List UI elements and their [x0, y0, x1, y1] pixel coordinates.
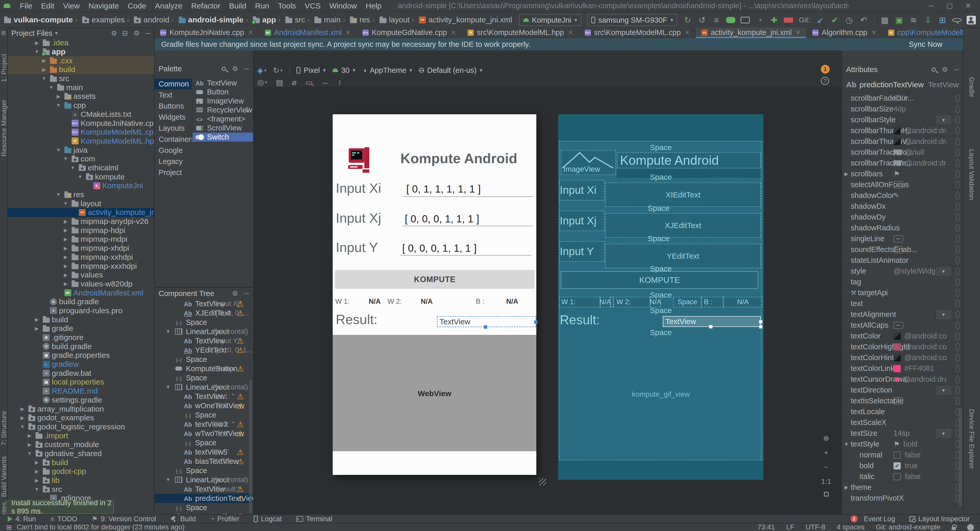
- rollback-icon[interactable]: ↶: [859, 15, 868, 25]
- attribute-row[interactable]: ▼ textStyle ⚑bold: [842, 439, 963, 450]
- dropdown-button[interactable]: ▾: [935, 429, 951, 438]
- zoom-to-fit-icon[interactable]: [824, 492, 829, 496]
- tristate-toggle[interactable]: [894, 322, 903, 329]
- component-tree-item[interactable]: wOneTextView "N/A" ⚠: [154, 401, 253, 410]
- component-tree-item[interactable]: TextView "W 1: " ⚠: [154, 392, 253, 401]
- layout-variants-icon[interactable]: ▤: [276, 78, 283, 87]
- tool-button-project[interactable]: 1: Project: [0, 46, 8, 90]
- editor-tab[interactable]: KomputeJniNative.cpp ✕: [154, 27, 259, 38]
- palette-category[interactable]: Buttons: [154, 101, 192, 112]
- palette-category[interactable]: Project: [154, 167, 192, 178]
- component-tree-item[interactable]: Space: [154, 438, 253, 447]
- blueprint-preview-phone[interactable]: Space ImageView Kompute Android Space In…: [558, 114, 764, 480]
- run-anything-icon[interactable]: ▣: [894, 15, 904, 25]
- tristate-toggle[interactable]: [894, 235, 903, 242]
- attribute-row[interactable]: scrollbarFadeDur... 250: [842, 93, 963, 104]
- design-preview-phone[interactable]: Kompute Android Input Xi [ 0, 1, 1, 1, 1…: [332, 114, 536, 475]
- palette-category[interactable]: Legacy: [154, 156, 192, 167]
- expand-arrow[interactable]: ▼: [69, 165, 77, 171]
- project-tree-item[interactable]: proguard-rules.pro: [8, 306, 154, 315]
- connect-attribute-icon[interactable]: [956, 332, 959, 340]
- api-level-selector[interactable]: 30▾: [332, 66, 355, 75]
- attribute-row[interactable]: textLocale: [842, 406, 963, 417]
- project-tree-item[interactable]: ▼ kompute: [8, 172, 154, 181]
- todo-toolwindow[interactable]: ≡TODO: [51, 515, 78, 523]
- expand-arrow[interactable]: ▶: [62, 272, 70, 278]
- project-tree-item[interactable]: ▼ java: [8, 145, 154, 154]
- menu-item[interactable]: Help: [361, 2, 386, 10]
- color-swatch[interactable]: [894, 354, 901, 361]
- component-tree-item[interactable]: Space: [154, 373, 253, 383]
- connect-attribute-icon[interactable]: [956, 375, 959, 383]
- commit-icon[interactable]: ✔: [830, 15, 839, 25]
- component-tree-item[interactable]: Space: [154, 503, 253, 512]
- indent-setting[interactable]: 4 spaces: [837, 523, 864, 531]
- menu-item[interactable]: Window: [325, 2, 361, 10]
- settings-gear-icon[interactable]: ⚙: [232, 65, 238, 73]
- project-tree-item[interactable]: .gitignore: [8, 333, 154, 342]
- expand-arrow[interactable]: ▼: [54, 102, 62, 108]
- checkbox[interactable]: ✓: [894, 462, 901, 469]
- breadcrumb-item[interactable]: main: [307, 16, 340, 24]
- palette-item[interactable]: TextView: [192, 78, 253, 87]
- component-tree-item[interactable]: biasTextView "N/A" ⚠: [154, 456, 253, 466]
- expand-arrow[interactable]: ▶: [62, 245, 70, 251]
- make-project-icon[interactable]: ≡: [712, 16, 721, 25]
- project-tree-item[interactable]: ▼ app: [8, 48, 154, 56]
- apply-changes-icon[interactable]: ↻: [683, 15, 692, 25]
- connect-attribute-icon[interactable]: [956, 105, 959, 113]
- blueprint-input-xj-label[interactable]: Input Xj: [559, 211, 605, 231]
- tool-button-resource-manager[interactable]: Resource Manager: [0, 94, 8, 161]
- hide-panel-icon[interactable]: ─: [145, 29, 150, 37]
- connect-attribute-icon[interactable]: [956, 192, 959, 199]
- selection-handle[interactable]: [759, 320, 762, 324]
- project-tree-item[interactable]: ▼ cpp: [8, 101, 154, 110]
- expand-arrow[interactable]: ▼: [33, 486, 41, 492]
- component-tree-item[interactable]: wTwoTextView "N/A" ⚠: [154, 429, 253, 438]
- attribute-row[interactable]: shadowRadius: [842, 223, 963, 234]
- project-structure-icon[interactable]: ▦: [880, 15, 889, 25]
- blueprint-gif-view[interactable]: kompute_gif_view: [558, 390, 764, 399]
- zoom-out-icon[interactable]: −: [824, 463, 828, 471]
- attribute-row[interactable]: style @style/Widget.App: [842, 266, 963, 277]
- color-swatch[interactable]: [894, 332, 901, 340]
- connect-attribute-icon[interactable]: [956, 397, 959, 405]
- tool-button-build-variants[interactable]: Build Variants: [0, 454, 8, 499]
- attribute-row[interactable]: shadowColor ✎: [842, 190, 963, 201]
- project-tree-item[interactable]: CMakeLists.txt: [8, 110, 154, 119]
- attribute-row[interactable]: ⚒ targetApi: [842, 288, 963, 298]
- default-margins-horizontal-icon[interactable]: ↔: [321, 78, 329, 86]
- connect-attribute-icon[interactable]: [956, 148, 959, 156]
- expand-arrow[interactable]: ▼: [54, 147, 62, 153]
- project-tree-item[interactable]: ▶ values: [8, 270, 154, 280]
- status-message[interactable]: Can't bind to local 8602 for debugger (2…: [17, 523, 185, 531]
- component-tree-item[interactable]: ▼ LinearLayout (horizontal): [154, 475, 253, 485]
- project-tree-item[interactable]: ▼ src: [8, 485, 154, 494]
- project-tree-item[interactable]: ▶ .cxx: [8, 56, 154, 65]
- project-tree-item[interactable]: ▶ build: [8, 65, 154, 74]
- connect-attribute-icon[interactable]: [956, 343, 959, 351]
- device-selector[interactable]: Pixel▾: [296, 66, 326, 75]
- attribute-row[interactable]: text TextView: [842, 298, 963, 309]
- drawable-icon[interactable]: [894, 149, 901, 155]
- close-icon[interactable]: ✕: [248, 29, 253, 36]
- blueprint-xi-edittext[interactable]: XIEditText: [605, 183, 761, 207]
- project-tree-item[interactable]: ▶ godot_examples: [8, 413, 154, 422]
- connect-attribute-icon[interactable]: [956, 203, 959, 210]
- project-tree-item[interactable]: ▶ mipmap-anydpi-v26: [8, 217, 154, 226]
- file-encoding[interactable]: UTF-8: [806, 523, 826, 531]
- component-tree-item[interactable]: ▼ LinearLayout (horizontal): [154, 327, 253, 336]
- expand-arrow[interactable]: ▶: [19, 415, 26, 421]
- project-tree-item[interactable]: ▶ array_multiplication: [8, 404, 154, 413]
- clear-constraints-icon[interactable]: ▭✕: [305, 78, 313, 87]
- breadcrumb-item[interactable]: android-simple: [172, 16, 243, 24]
- menu-item[interactable]: Code: [123, 2, 151, 10]
- breadcrumb-item[interactable]: android: [127, 16, 169, 24]
- editor-tab[interactable]: src\KomputeModelML.cpp ✕: [579, 27, 696, 38]
- expand-arrow[interactable]: ▶: [33, 459, 41, 465]
- component-tree-item[interactable]: Space: [154, 355, 253, 364]
- attribute-row[interactable]: transformPivotX: [842, 493, 963, 504]
- flag-icon[interactable]: ⚑: [894, 170, 900, 178]
- expand-arrow[interactable]: ▼: [76, 174, 84, 180]
- selection-handle[interactable]: [534, 320, 538, 324]
